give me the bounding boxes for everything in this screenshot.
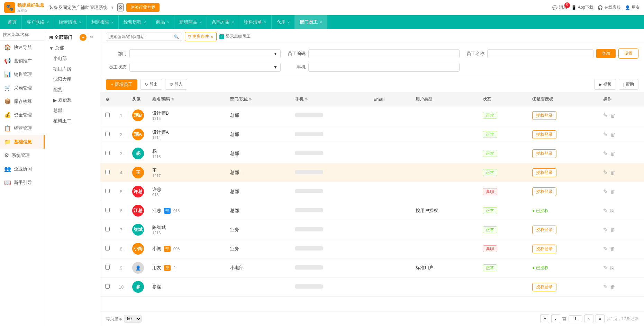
col-phone[interactable]: 手机 ⇅	[291, 93, 369, 106]
delete-button[interactable]: 🗑	[610, 246, 616, 252]
user-button[interactable]: 👤 用友	[625, 5, 640, 10]
last-page-button[interactable]: »	[596, 314, 605, 323]
delete-button[interactable]: 🗑	[610, 284, 616, 290]
export-button[interactable]: ↻ 导出	[140, 79, 162, 90]
dept-node-headquarters-parent[interactable]: ▼ 总部	[45, 43, 100, 53]
first-page-button[interactable]: «	[540, 314, 549, 323]
tab-bom-close[interactable]: ×	[264, 20, 266, 24]
next-page-button[interactable]: ›	[584, 314, 593, 323]
row-4-checkbox[interactable]	[105, 170, 110, 174]
experience-button[interactable]: 体验行业方案	[126, 3, 160, 12]
tab-employees[interactable]: 部门员工 ×	[295, 15, 327, 29]
auth-button[interactable]: 授权登录	[532, 226, 556, 234]
more-conditions-button[interactable]: ▽ 更多条件 ∧	[185, 32, 217, 41]
auth-button[interactable]: 授权登录	[532, 245, 556, 253]
auth-button[interactable]: 授权登录	[532, 283, 556, 291]
delete-button[interactable]: 🗑	[610, 189, 616, 195]
row-10-checkbox[interactable]	[105, 284, 110, 289]
sidebar-item-purchase[interactable]: 🛒 采购管理	[0, 81, 45, 95]
row-checkbox[interactable]	[100, 239, 114, 258]
tab-warehouse-close[interactable]: ×	[288, 20, 290, 24]
row-1-checkbox[interactable]	[105, 113, 110, 117]
row-checkbox[interactable]	[100, 182, 114, 201]
dept-add-button[interactable]: +	[80, 34, 87, 41]
sidebar-item-finance[interactable]: 💰 资金管理	[0, 108, 45, 122]
edit-button[interactable]: ✎	[603, 265, 608, 271]
edit-button[interactable]: ✎	[603, 188, 608, 195]
tab-history-close[interactable]: ×	[144, 20, 146, 24]
sidebar-item-basic-info[interactable]: 📁 基础信息	[0, 135, 45, 149]
row-9-checkbox[interactable]	[105, 265, 110, 270]
dept-collapse-button[interactable]: ≪	[88, 34, 96, 41]
sidebar-item-quick-nav[interactable]: 🏠 快速导航	[0, 41, 45, 54]
dept-node-zhishu[interactable]: 植树王二	[45, 116, 100, 126]
tab-customer[interactable]: 客户联络 ×	[22, 15, 54, 29]
tab-operations[interactable]: 经营情况 ×	[54, 15, 86, 29]
row-checkbox[interactable]	[100, 163, 114, 182]
row-checkbox[interactable]	[100, 125, 114, 144]
import-button[interactable]: ↺ 导入	[165, 79, 187, 90]
phone-input[interactable]	[308, 63, 460, 72]
sidebar-item-inventory[interactable]: 📦 库存核算	[0, 95, 45, 108]
tab-add-goods-close[interactable]: ×	[199, 20, 201, 24]
row-checkbox[interactable]	[100, 277, 114, 297]
sidebar-item-management[interactable]: 📋 经营管理	[0, 122, 45, 135]
row-checkbox[interactable]	[100, 201, 114, 220]
help-button[interactable]: | 帮助	[619, 79, 638, 90]
prev-page-button[interactable]: ‹	[551, 314, 560, 323]
delete-button[interactable]: 🗑	[610, 170, 616, 176]
settings-button[interactable]: 设置	[618, 49, 638, 59]
row-8-checkbox[interactable]	[105, 246, 110, 250]
dept-node-shuanglu[interactable]: ▶ 双虑想	[45, 95, 100, 105]
tab-barcode[interactable]: 条码方案 ×	[207, 15, 239, 29]
dept-node-xiao-dian[interactable]: 小电部	[45, 53, 100, 64]
dept-select[interactable]: ▼	[129, 49, 281, 58]
edit-button[interactable]: ✎	[603, 227, 608, 233]
page-size-select[interactable]: 每页显示 50 100 200	[106, 315, 142, 323]
tab-barcode-close[interactable]: ×	[232, 20, 234, 24]
show-resigned-toggle[interactable]: ✓ 显示离职员工	[219, 34, 251, 39]
auth-button[interactable]: 授权登录	[532, 130, 556, 139]
delete-button[interactable]: 🗑	[610, 227, 616, 233]
search-input-wrapper[interactable]: 🔍	[106, 33, 182, 41]
auth-button[interactable]: 授权登录	[532, 149, 556, 158]
edit-button[interactable]: ✎	[603, 246, 608, 252]
row-7-checkbox[interactable]	[105, 227, 110, 231]
edit-button[interactable]: ✎	[603, 150, 608, 157]
page-number-input[interactable]	[569, 315, 582, 322]
emp-name-input[interactable]	[487, 49, 593, 58]
tab-goods[interactable]: 商品 ×	[151, 15, 174, 29]
sidebar-item-collab[interactable]: 👥 企业协同	[0, 162, 45, 176]
dept-node-project-warehouse[interactable]: 项目库房	[45, 64, 100, 74]
copy-button[interactable]: ⎘	[610, 208, 614, 214]
row-checkbox[interactable]	[100, 144, 114, 163]
col-settings[interactable]: ⚙	[100, 93, 114, 106]
tab-employees-close[interactable]: ×	[320, 20, 322, 24]
message-button[interactable]: 💬 消息 5	[552, 5, 567, 10]
edit-button[interactable]: ✎	[603, 112, 608, 118]
search-input[interactable]	[109, 34, 174, 39]
row-2-checkbox[interactable]	[105, 132, 110, 136]
tab-profit-close[interactable]: ×	[111, 20, 114, 24]
page-size-dropdown[interactable]: 50 100 200	[124, 315, 142, 323]
online-service-button[interactable]: 🎧 在线客服	[598, 5, 621, 10]
row-6-checkbox[interactable]	[105, 208, 110, 212]
emp-status-select[interactable]: ▼	[129, 63, 281, 72]
app-download-button[interactable]: 📱 App下载	[571, 5, 593, 10]
edit-button[interactable]: ✎	[603, 131, 608, 138]
delete-button[interactable]: 🗑	[610, 151, 616, 157]
tab-operations-close[interactable]: ×	[79, 20, 81, 24]
video-button[interactable]: ▶ 视频	[594, 79, 616, 90]
sidebar-item-guide[interactable]: 📖 新手引导	[0, 176, 45, 189]
col-dept[interactable]: 部门/职位 ⇅	[226, 93, 291, 106]
row-checkbox[interactable]	[100, 106, 114, 125]
search-button[interactable]: 查询	[596, 49, 616, 58]
copy-button[interactable]: ⎘	[610, 265, 614, 271]
gear-button[interactable]: ⚙	[117, 3, 124, 11]
auth-button[interactable]: 授权登录	[532, 187, 556, 196]
show-resigned-checkbox[interactable]: ✓	[219, 34, 224, 39]
tab-customer-close[interactable]: ×	[47, 20, 49, 24]
sidebar-item-sales[interactable]: 📊 销售管理	[0, 68, 45, 81]
delete-button[interactable]: 🗑	[610, 113, 616, 118]
tab-profit[interactable]: 利润报告 ×	[87, 15, 119, 29]
